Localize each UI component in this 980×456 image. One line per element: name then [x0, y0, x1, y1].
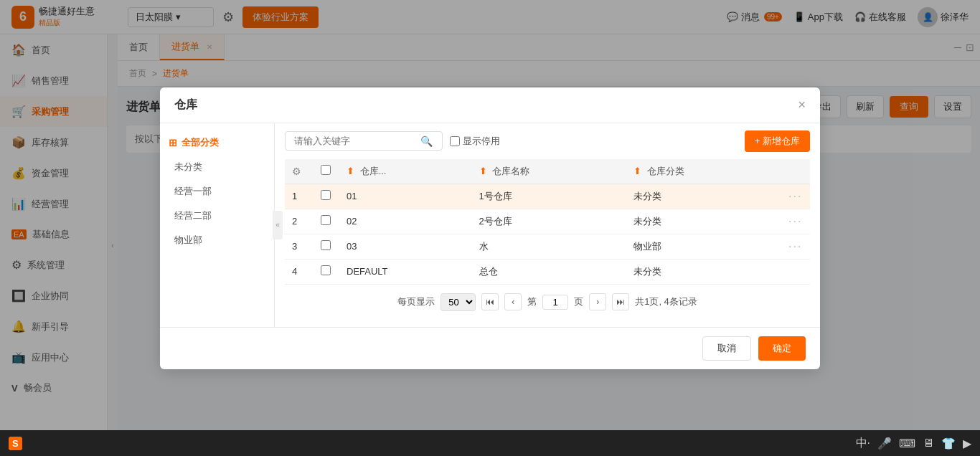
- taskbar-play-icon[interactable]: ▶: [963, 437, 971, 450]
- row3-checkbox[interactable]: [321, 240, 331, 250]
- taskbar-right: 中· 🎤 ⌨ 🖥 👕 ▶: [856, 436, 971, 451]
- col-cat-sort-icon: ⬆: [633, 166, 641, 176]
- row3-name: 水: [472, 234, 627, 259]
- taskbar-logo: S: [9, 437, 22, 450]
- category-panel: ⊞ 全部分类 未分类 经营一部 经营二部 物业部 «: [160, 123, 275, 327]
- col-sort-icon: ⬆: [347, 166, 354, 176]
- taskbar-monitor-icon[interactable]: 🖥: [923, 437, 934, 450]
- category-collapse-button[interactable]: «: [273, 211, 283, 239]
- modal-title: 仓库: [174, 98, 197, 113]
- prev-page-button[interactable]: ‹: [504, 293, 522, 310]
- row4-checkbox-cell: [314, 259, 339, 284]
- show-disabled-checkbox[interactable]: [450, 136, 460, 146]
- row2-category: 未分类: [626, 209, 781, 234]
- row2-index: 2: [285, 209, 314, 234]
- row4-code: DEFAULT: [339, 259, 472, 284]
- warehouse-modal: 仓库 × ⊞ 全部分类 未分类 经营一部 经营二部: [160, 87, 820, 369]
- search-input-wrap: 🔍: [285, 131, 443, 151]
- row3-actions: ···: [781, 234, 810, 259]
- add-warehouse-button[interactable]: + 新增仓库: [745, 130, 810, 152]
- table-row[interactable]: 1 01 1号仓库 未分类 ···: [285, 184, 810, 209]
- row3-index: 3: [285, 234, 314, 259]
- search-input[interactable]: [291, 132, 420, 150]
- row1-checkbox[interactable]: [321, 190, 331, 200]
- row2-more-icon[interactable]: ···: [788, 215, 802, 227]
- table-row[interactable]: 2 02 2号仓库 未分类 ···: [285, 209, 810, 234]
- col-gear: ⚙: [285, 159, 314, 184]
- row2-code: 02: [339, 209, 472, 234]
- total-pages: 共1页, 4条记录: [635, 295, 697, 308]
- taskbar-cn-icon[interactable]: 中·: [856, 436, 870, 451]
- table-panel: 🔍 显示停用 + 新增仓库 ⚙: [275, 123, 820, 327]
- col-actions-header: [781, 159, 810, 184]
- row4-index: 4: [285, 259, 314, 284]
- row4-name: 总仓: [472, 259, 627, 284]
- table-row[interactable]: 3 03 水 物业部 ···: [285, 234, 810, 259]
- table-container: ⚙ ⬆ 仓库... ⬆: [285, 159, 810, 285]
- row2-name: 2号仓库: [472, 209, 627, 234]
- table-toolbar: 🔍 显示停用 + 新增仓库: [285, 130, 810, 152]
- modal-footer: 取消 确定: [160, 327, 820, 369]
- page-suffix: 页: [574, 295, 583, 308]
- modal-header: 仓库 ×: [160, 87, 820, 123]
- warehouse-table: ⚙ ⬆ 仓库... ⬆: [285, 159, 810, 285]
- row1-actions: ···: [781, 184, 810, 209]
- col-name-sort-icon: ⬆: [479, 166, 487, 176]
- taskbar: S 中· 🎤 ⌨ 🖥 👕 ▶: [0, 430, 980, 456]
- table-header: ⚙ ⬆ 仓库... ⬆: [285, 159, 810, 184]
- table-body: 1 01 1号仓库 未分类 ··· 2 02 2: [285, 184, 810, 284]
- category-item-unclassified[interactable]: 未分类: [160, 155, 274, 179]
- row1-code: 01: [339, 184, 472, 209]
- category-item-ops2[interactable]: 经营二部: [160, 204, 274, 228]
- col-checkbox: [314, 159, 339, 184]
- confirm-button[interactable]: 确定: [758, 336, 806, 361]
- row3-more-icon[interactable]: ···: [788, 240, 802, 252]
- all-categories-label: 全部分类: [182, 136, 219, 149]
- row4-category: 未分类: [626, 259, 781, 284]
- col-name: ⬆ 仓库名称: [472, 159, 627, 184]
- row3-code: 03: [339, 234, 472, 259]
- row1-index: 1: [285, 184, 314, 209]
- table-row[interactable]: 4 DEFAULT 总仓 未分类: [285, 259, 810, 284]
- col-category: ⬆ 仓库分类: [626, 159, 781, 184]
- modal-overlay: 仓库 × ⊞ 全部分类 未分类 经营一部 经营二部: [0, 0, 980, 456]
- modal-close-button[interactable]: ×: [798, 98, 806, 113]
- row4-checkbox[interactable]: [321, 265, 331, 275]
- select-all-checkbox[interactable]: [321, 165, 331, 175]
- per-page-select[interactable]: 50: [440, 293, 476, 311]
- taskbar-mic-icon[interactable]: 🎤: [877, 437, 892, 450]
- taskbar-keyboard-icon[interactable]: ⌨: [899, 437, 915, 450]
- category-item-property[interactable]: 物业部: [160, 228, 274, 252]
- row2-actions: ···: [781, 209, 810, 234]
- grid-icon: ⊞: [169, 137, 177, 148]
- col-code: ⬆ 仓库...: [339, 159, 472, 184]
- cancel-button[interactable]: 取消: [702, 336, 751, 361]
- row2-checkbox[interactable]: [321, 215, 331, 225]
- per-page-label: 每页显示: [397, 295, 435, 308]
- row1-name: 1号仓库: [472, 184, 627, 209]
- row1-checkbox-cell: [314, 184, 339, 209]
- next-page-button[interactable]: ›: [589, 293, 606, 310]
- page-label: 第: [527, 295, 537, 308]
- row1-category: 未分类: [626, 184, 781, 209]
- row4-actions: [781, 259, 810, 284]
- row3-category: 物业部: [626, 234, 781, 259]
- show-disabled-label[interactable]: 显示停用: [450, 135, 500, 148]
- gear-col-icon[interactable]: ⚙: [292, 166, 301, 177]
- modal-body: ⊞ 全部分类 未分类 经营一部 经营二部 物业部 «: [160, 123, 820, 327]
- row1-more-icon[interactable]: ···: [788, 190, 802, 202]
- page-input[interactable]: [542, 295, 568, 310]
- last-page-button[interactable]: ⏭: [612, 293, 629, 310]
- show-disabled-text: 显示停用: [463, 135, 500, 148]
- taskbar-brand: S: [9, 437, 22, 450]
- category-item-ops1[interactable]: 经营一部: [160, 179, 274, 204]
- row3-checkbox-cell: [314, 234, 339, 259]
- taskbar-shirt-icon[interactable]: 👕: [941, 437, 956, 450]
- pagination: 每页显示 50 ⏮ ‹ 第 页 › ⏭ 共1页, 4条记录: [285, 285, 810, 320]
- row2-checkbox-cell: [314, 209, 339, 234]
- first-page-button[interactable]: ⏮: [481, 293, 499, 310]
- all-categories-item[interactable]: ⊞ 全部分类: [160, 130, 274, 155]
- search-icon: 🔍: [420, 136, 433, 147]
